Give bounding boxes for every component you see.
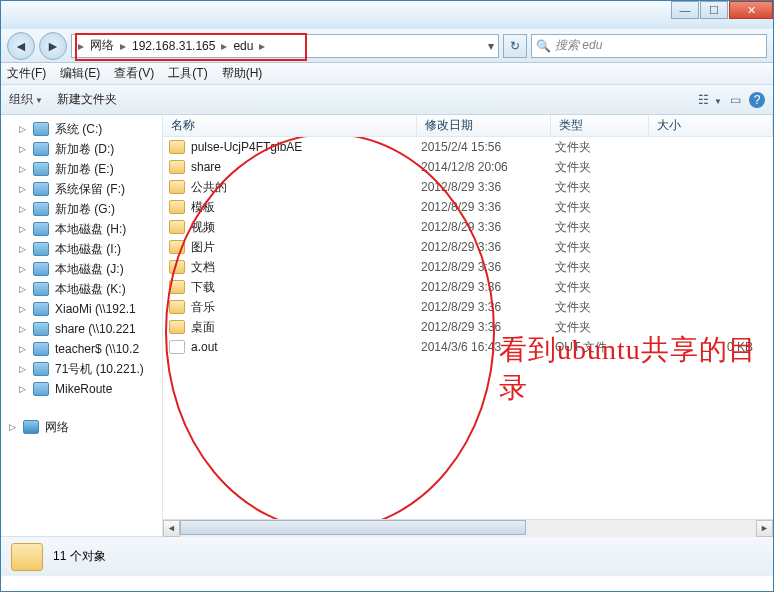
file-list[interactable]: 看到ubuntu共享的目录 pulse-UcjP4FTglbAE2015/2/4… [163, 137, 773, 519]
column-name[interactable]: 名称 [163, 115, 417, 136]
sidebar-item[interactable]: ▷本地磁盘 (H:) [1, 219, 162, 239]
file-type: OUT 文件 [555, 339, 653, 356]
drive-icon [33, 162, 49, 176]
file-date: 2012/8/29 3:36 [421, 280, 555, 294]
sidebar-item-network[interactable]: ▷网络 [1, 417, 162, 437]
file-type: 文件夹 [555, 159, 653, 176]
file-type: 文件夹 [555, 239, 653, 256]
sidebar-item[interactable]: ▷本地磁盘 (I:) [1, 239, 162, 259]
file-type: 文件夹 [555, 219, 653, 236]
menu-edit[interactable]: 编辑(E) [60, 65, 100, 82]
sidebar-item-label: XiaoMi (\\192.1 [55, 302, 136, 316]
file-name: 公共的 [191, 179, 421, 196]
file-name: 视频 [191, 219, 421, 236]
file-date: 2012/8/29 3:36 [421, 300, 555, 314]
chevron-right-icon: ▸ [257, 39, 267, 53]
sidebar-item-label: 本地磁盘 (H:) [55, 221, 126, 238]
menu-tools[interactable]: 工具(T) [168, 65, 207, 82]
table-row[interactable]: a.out2014/3/6 16:43OUT 文件0 KB [163, 337, 773, 357]
maximize-button[interactable]: ☐ [700, 1, 728, 19]
titlebar[interactable]: — ☐ ✕ [1, 1, 773, 29]
folder-icon [169, 160, 185, 174]
scroll-thumb[interactable] [180, 520, 526, 535]
column-type[interactable]: 类型 [551, 115, 649, 136]
file-date: 2012/8/29 3:36 [421, 260, 555, 274]
expand-icon: ▷ [19, 164, 29, 174]
sidebar-item[interactable]: ▷本地磁盘 (J:) [1, 259, 162, 279]
preview-pane-button[interactable]: ▭ [730, 93, 741, 107]
file-date: 2012/8/29 3:36 [421, 220, 555, 234]
table-row[interactable]: 视频2012/8/29 3:36文件夹 [163, 217, 773, 237]
expand-icon: ▷ [19, 344, 29, 354]
file-date: 2012/8/29 3:36 [421, 180, 555, 194]
table-row[interactable]: 模板2012/8/29 3:36文件夹 [163, 197, 773, 217]
scroll-track[interactable] [180, 520, 756, 537]
expand-icon: ▷ [19, 304, 29, 314]
dropdown-icon[interactable]: ▾ [488, 39, 494, 53]
expand-icon: ▷ [19, 284, 29, 294]
back-button[interactable]: ◄ [7, 32, 35, 60]
new-folder-button[interactable]: 新建文件夹 [57, 91, 117, 108]
sidebar-item[interactable]: ▷XiaoMi (\\192.1 [1, 299, 162, 319]
expand-icon: ▷ [19, 364, 29, 374]
forward-button[interactable]: ► [39, 32, 67, 60]
file-date: 2014/12/8 20:06 [421, 160, 555, 174]
table-row[interactable]: 公共的2012/8/29 3:36文件夹 [163, 177, 773, 197]
sidebar-item[interactable]: ▷share (\\10.221 [1, 319, 162, 339]
breadcrumb[interactable]: 网络 [86, 37, 118, 54]
column-headers: 名称 修改日期 类型 大小 [163, 115, 773, 137]
table-row[interactable]: 音乐2012/8/29 3:36文件夹 [163, 297, 773, 317]
file-date: 2012/8/29 3:36 [421, 200, 555, 214]
file-icon [169, 340, 185, 354]
breadcrumb[interactable]: 192.168.31.165 [128, 39, 219, 53]
drive-icon [33, 222, 49, 236]
drive-icon [33, 302, 49, 316]
minimize-button[interactable]: — [671, 1, 699, 19]
sidebar-item-label: 71号机 (10.221.) [55, 361, 144, 378]
table-row[interactable]: 下载2012/8/29 3:36文件夹 [163, 277, 773, 297]
close-button[interactable]: ✕ [729, 1, 773, 19]
sidebar-item-label: 网络 [45, 419, 69, 436]
sidebar-item[interactable]: ▷系统 (C:) [1, 119, 162, 139]
organize-menu[interactable]: 组织▼ [9, 91, 43, 108]
horizontal-scrollbar[interactable]: ◄ ► [163, 519, 773, 536]
file-pane: 名称 修改日期 类型 大小 看到ubuntu共享的目录 pulse-UcjP4F… [163, 115, 773, 536]
scroll-right-button[interactable]: ► [756, 520, 773, 537]
menu-view[interactable]: 查看(V) [114, 65, 154, 82]
file-date: 2012/8/29 3:36 [421, 240, 555, 254]
column-date[interactable]: 修改日期 [417, 115, 551, 136]
drive-icon [33, 342, 49, 356]
file-name: 下载 [191, 279, 421, 296]
sidebar-item[interactable]: ▷71号机 (10.221.) [1, 359, 162, 379]
sidebar-item[interactable]: ▷新加卷 (E:) [1, 159, 162, 179]
table-row[interactable]: share2014/12/8 20:06文件夹 [163, 157, 773, 177]
table-row[interactable]: pulse-UcjP4FTglbAE2015/2/4 15:56文件夹 [163, 137, 773, 157]
scroll-left-button[interactable]: ◄ [163, 520, 180, 537]
refresh-button[interactable]: ↻ [503, 34, 527, 58]
file-name: pulse-UcjP4FTglbAE [191, 140, 421, 154]
sidebar-item-label: 本地磁盘 (K:) [55, 281, 126, 298]
search-icon: 🔍 [536, 39, 551, 53]
sidebar[interactable]: ▷系统 (C:)▷新加卷 (D:)▷新加卷 (E:)▷系统保留 (F:)▷新加卷… [1, 115, 163, 536]
menu-file[interactable]: 文件(F) [7, 65, 46, 82]
help-button[interactable]: ? [749, 92, 765, 108]
address-bar[interactable]: ▸ 网络 ▸ 192.168.31.165 ▸ edu ▸ ▾ [71, 34, 499, 58]
breadcrumb[interactable]: edu [229, 39, 257, 53]
sidebar-item[interactable]: ▷系统保留 (F:) [1, 179, 162, 199]
table-row[interactable]: 文档2012/8/29 3:36文件夹 [163, 257, 773, 277]
file-name: 模板 [191, 199, 421, 216]
column-size[interactable]: 大小 [649, 115, 773, 136]
folder-icon [169, 180, 185, 194]
search-input[interactable]: 🔍 搜索 edu [531, 34, 767, 58]
sidebar-item[interactable]: ▷teacher$ (\\10.2 [1, 339, 162, 359]
file-size: 0 KB [653, 340, 773, 354]
table-row[interactable]: 图片2012/8/29 3:36文件夹 [163, 237, 773, 257]
sidebar-item[interactable]: ▷MikeRoute [1, 379, 162, 399]
menu-help[interactable]: 帮助(H) [222, 65, 263, 82]
folder-icon [169, 220, 185, 234]
sidebar-item[interactable]: ▷本地磁盘 (K:) [1, 279, 162, 299]
sidebar-item[interactable]: ▷新加卷 (G:) [1, 199, 162, 219]
view-options-button[interactable]: ☷ ▼ [698, 93, 722, 107]
table-row[interactable]: 桌面2012/8/29 3:36文件夹 [163, 317, 773, 337]
sidebar-item[interactable]: ▷新加卷 (D:) [1, 139, 162, 159]
